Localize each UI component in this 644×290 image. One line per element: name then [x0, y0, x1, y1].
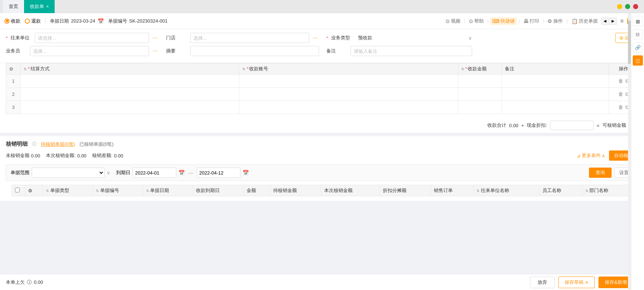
footer-info-icon[interactable]: ⓘ — [27, 279, 32, 286]
shortcuts-label: 快捷键 — [500, 18, 515, 24]
from-unit-more-btn[interactable]: ··· — [151, 35, 159, 41]
table-gear-icon[interactable]: ⚙ — [9, 66, 13, 72]
more-conditions-btn[interactable]: ⊿ 更多条件 ∧ — [577, 152, 605, 159]
range-field: 单据范围 ∨ — [11, 168, 110, 178]
radio-receipt[interactable]: 收款 — [4, 18, 20, 24]
delete-icon-2[interactable]: 🗑 — [618, 91, 623, 97]
col-amount-label: *收款金额 — [465, 66, 487, 71]
tab-active[interactable]: 收款单 × — [24, 0, 55, 13]
note-cell-2[interactable] — [502, 88, 609, 101]
summary-input[interactable] — [190, 46, 319, 56]
staff-input[interactable] — [30, 46, 149, 56]
range-label: 单据范围 — [11, 169, 30, 176]
delete-icon-1[interactable]: 🗑 — [618, 78, 623, 84]
note-input[interactable] — [350, 46, 472, 56]
help-btn[interactable]: ⊙ 帮助 — [467, 17, 486, 25]
th-discount: 折扣分摊额 — [380, 185, 431, 196]
range-select[interactable] — [32, 168, 105, 178]
shortcuts-btn[interactable]: ⌨ 快捷键 — [490, 17, 517, 25]
calendar-from-icon[interactable]: 📅 — [178, 170, 185, 176]
minimize-button[interactable] — [617, 4, 622, 9]
abandon-button[interactable]: 放弃 — [530, 277, 555, 288]
radio-group: 收款 退款 — [4, 18, 41, 24]
verify-info-icon[interactable]: ⓘ — [32, 141, 36, 147]
video-label: 视频 — [451, 18, 460, 24]
nav-next[interactable]: ▶ — [609, 17, 617, 25]
business-type-required: * — [326, 35, 328, 41]
th-current-amount: 本次核销金额 — [321, 185, 380, 196]
plus-sign: + — [521, 123, 524, 128]
unchecked-stat: 未核销金额 0.00 — [6, 152, 40, 159]
account-cell-2[interactable] — [239, 88, 458, 101]
help-label: 帮助 — [474, 18, 484, 24]
tab-close-icon[interactable]: × — [46, 0, 49, 13]
select-all-checkbox[interactable] — [15, 188, 20, 192]
staff-field: 业务员 ··· — [6, 46, 159, 56]
from-unit-input[interactable] — [35, 33, 149, 43]
store-more-btn[interactable]: ··· — [311, 35, 319, 41]
radio-refund-dot — [25, 19, 30, 24]
pending-tab[interactable]: 待核销单据(0笔) — [41, 141, 75, 148]
form-row-1: * 往来单位 ··· 门店 ··· * 业务类型 预收款 ∨ ⚙ 设置 — [6, 33, 638, 43]
footer-value: 0.00 — [34, 279, 43, 285]
radio-refund-label: 退款 — [31, 18, 41, 24]
th-checkbox — [12, 185, 25, 196]
calendar-icon[interactable]: 📅 — [98, 18, 104, 24]
business-type-chevron[interactable]: ∨ — [468, 35, 472, 41]
date-to-input[interactable] — [197, 168, 240, 178]
nav-prev[interactable]: ◀ — [601, 17, 609, 25]
amount-cell-1[interactable] — [458, 75, 502, 88]
history-btn[interactable]: 📋 历史单据 — [569, 17, 600, 25]
settle-cell-3[interactable] — [21, 101, 239, 114]
sidebar-icon-3[interactable]: 🔗 — [633, 42, 643, 52]
account-cell-3[interactable] — [239, 101, 458, 114]
scrollbar-thumb[interactable] — [628, 20, 631, 64]
save-draft-button[interactable]: 保存草稿 ∧ — [558, 277, 595, 288]
note-cell-3[interactable] — [502, 101, 609, 114]
video-btn[interactable]: ⊙ 视频 — [443, 17, 463, 25]
radio-receipt-label: 收款 — [11, 18, 20, 24]
print-label: 打印 — [530, 18, 539, 24]
chevron-up-icon: ∧ — [602, 153, 605, 158]
date-field: 单据日期 2023-03-24 📅 — [50, 18, 104, 24]
radio-refund[interactable]: 退款 — [25, 18, 41, 24]
amount-cell-3[interactable] — [458, 101, 502, 114]
delete-icon-3[interactable]: 🗑 — [618, 104, 623, 110]
bottom-table-section: ⚙ ⇅ 单据类型 ⇅ 单据编号 ⇅ 单据日期 收款到期日 — [6, 185, 638, 196]
account-cell-1[interactable] — [239, 75, 458, 88]
layout-btn[interactable]: ≡ — [618, 17, 626, 25]
print-btn[interactable]: 🖶 打印 — [521, 17, 541, 25]
date-from-input[interactable] — [133, 168, 176, 178]
th-settle: ⇅ *结算方式 — [21, 63, 239, 75]
gear-icon: ⚙ — [619, 35, 624, 41]
maximize-button[interactable] — [625, 4, 630, 9]
sidebar-icon-4[interactable]: ◫ — [633, 55, 643, 66]
staff-more-btn[interactable]: ··· — [151, 48, 159, 54]
done-tab[interactable]: 已核销单据(0笔) — [79, 141, 114, 148]
discount-label: 现金折扣: — [527, 122, 547, 129]
store-label: 门店 — [166, 35, 188, 41]
total-label: 收款合计 — [487, 122, 506, 129]
bottom-table: ⚙ ⇅ 单据类型 ⇅ 单据编号 ⇅ 单据日期 收款到期日 — [12, 185, 632, 196]
amount-cell-2[interactable] — [458, 88, 502, 101]
query-button[interactable]: 查询 — [589, 168, 612, 178]
this-order-label: 本单上欠 — [6, 279, 25, 286]
tab-home[interactable]: 首页 — [3, 0, 24, 13]
bottom-gear-icon[interactable]: ⚙ — [28, 188, 32, 193]
settle-cell-2[interactable] — [21, 88, 239, 101]
range-chevron-icon: ∨ — [107, 170, 110, 176]
calendar-to-icon[interactable]: 📅 — [243, 170, 249, 176]
sidebar-icon-2[interactable]: ⊟ — [633, 29, 643, 39]
store-input[interactable] — [190, 33, 309, 43]
settle-cell-1[interactable] — [21, 75, 239, 88]
discount-input[interactable] — [550, 121, 594, 130]
close-button[interactable] — [633, 4, 638, 9]
operations-btn[interactable]: ⚙ 操作 — [545, 17, 565, 25]
th-unit-name: ⇅ 往来单位名称 — [474, 185, 539, 196]
note-cell-1[interactable] — [502, 75, 609, 88]
top-toolbar: 收款 退款 单据日期 2023-03-24 📅 单据编号 SK-20230324… — [0, 13, 644, 29]
sidebar-icon-1[interactable]: ▦ — [633, 16, 643, 26]
operations-icon: ⚙ — [547, 18, 552, 24]
current-label: 本次核销金额: — [46, 152, 76, 159]
help-icon: ⊙ — [469, 18, 473, 24]
